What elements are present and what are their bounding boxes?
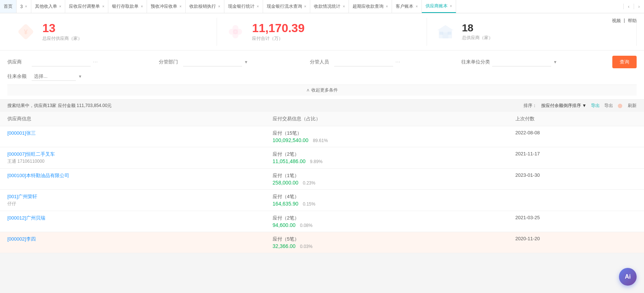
- nav-receipt-stat[interactable]: 收款情况统计 ×: [310, 0, 349, 13]
- person-filter-input[interactable]: [334, 58, 393, 66]
- dept-filter-label: 分管部门: [159, 59, 181, 65]
- transaction-cell: 应付（2笔） 11,051,486.00 9.89%: [265, 147, 508, 169]
- supplier-filter-input[interactable]: [32, 58, 91, 66]
- close-advance-ar-icon[interactable]: ×: [179, 4, 182, 8]
- tx-percent: 9.89%: [310, 159, 322, 164]
- nav-bank-deposit[interactable]: 银行存取款单 ×: [108, 0, 147, 13]
- dept-dropdown-icon[interactable]: ▼: [244, 60, 248, 64]
- transaction-cell: 应付（4笔） 164,635.90 0.15%: [265, 190, 508, 211]
- nav-arrow-right[interactable]: ›: [634, 4, 644, 9]
- close-customer-ledger-icon[interactable]: ×: [416, 4, 418, 8]
- nav-supplier-ledger[interactable]: 供应商账本 ×: [422, 0, 456, 13]
- supplier-link[interactable]: [000012]广州贝瑞: [7, 215, 258, 221]
- close-tab3-icon[interactable]: ×: [25, 4, 27, 8]
- tx-amount[interactable]: 11,051,486.00: [273, 158, 306, 164]
- tx-label: 应付（4笔）: [273, 193, 501, 200]
- category-dropdown-icon[interactable]: ▼: [553, 60, 557, 64]
- category-filter-input[interactable]: [492, 58, 551, 66]
- nav-overdue-ar[interactable]: 超期应收款查询 ×: [349, 0, 392, 13]
- nav-customer-ledger[interactable]: 客户账本 ×: [392, 0, 422, 13]
- tx-amount[interactable]: 32,366.00: [273, 243, 295, 249]
- table-header: 供应商信息 应付交易信息（占比） 上次付数: [0, 112, 644, 126]
- nav-home[interactable]: 首页: [0, 0, 17, 13]
- balance-filter-input[interactable]: [32, 72, 76, 81]
- close-overdue-ar-icon[interactable]: ×: [386, 4, 388, 8]
- tx-row: 11,051,486.00 9.89%: [273, 158, 501, 164]
- close-supplier-ledger-icon[interactable]: ×: [450, 4, 452, 8]
- result-actions: 排序： 按应付余额倒序排序 ▼ 导出 导出 刷新: [524, 103, 637, 109]
- svg-rect-10: [440, 32, 443, 35]
- dept-filter-input[interactable]: [183, 58, 242, 66]
- nav-other-income[interactable]: 其他收入单 ×: [31, 0, 66, 13]
- person-dots-icon[interactable]: ···: [395, 59, 400, 65]
- svg-point-12: [618, 104, 622, 108]
- refresh-button[interactable]: [617, 103, 623, 108]
- nav-cash-bank-stat[interactable]: 现金银行统计 ×: [224, 0, 263, 13]
- filter-supplier: 供应商 ···: [7, 58, 151, 66]
- close-receipt-exec-icon[interactable]: ×: [218, 4, 220, 8]
- table-row: [001]广州荣轩 仔仔 应付（4笔） 164,635.90 0.15%: [0, 190, 644, 211]
- supplier-dots-icon[interactable]: ···: [93, 59, 98, 65]
- collapse-label: ∧ 收起更多条件: [306, 87, 337, 93]
- supplier-link[interactable]: [000100]本特勤油品有限公司: [7, 172, 258, 179]
- total-suppliers-block: 18 总供应商（家）: [462, 23, 493, 41]
- collapse-bar[interactable]: ∧ 收起更多条件: [7, 85, 637, 96]
- svg-rect-9: [442, 32, 448, 38]
- last-pay-value: 2021-11-17: [515, 151, 540, 156]
- col-last-pay: 上次付数: [508, 112, 644, 126]
- query-button[interactable]: 查询: [612, 56, 637, 68]
- tx-label: 应付（2笔）: [273, 151, 501, 158]
- tx-row: 258,000.00 0.23%: [273, 179, 501, 186]
- close-cash-bank-stat-icon[interactable]: ×: [257, 4, 259, 8]
- supplier-link[interactable]: [001]广州荣轩: [7, 193, 258, 200]
- tx-label: 应付（5笔）: [273, 236, 501, 242]
- col-transaction: 应付交易信息（占比）: [265, 112, 508, 126]
- close-receipt-stat-icon[interactable]: ×: [343, 4, 345, 8]
- tx-amount[interactable]: 94,600.00: [273, 222, 295, 228]
- supplier-table: 供应商信息 应付交易信息（占比） 上次付数 [000001]张三 应付（15笔）: [0, 112, 644, 253]
- close-bank-deposit-icon[interactable]: ×: [141, 4, 143, 8]
- svg-marker-8: [437, 25, 454, 30]
- result-summary: 搜索结果中，供应商13家 应付金额 111,703,854.00元: [7, 103, 112, 109]
- supplier-link[interactable]: [000002]李四: [7, 236, 258, 242]
- last-pay-value: 2022-08-08: [515, 130, 540, 135]
- nav-arrow-left[interactable]: ‹: [623, 4, 634, 9]
- nav-cash-flow-query[interactable]: 现金银行流水查询 ×: [263, 0, 311, 13]
- sort-value[interactable]: 按应付余额倒序排序 ▼: [541, 103, 587, 109]
- close-cash-flow-query-icon[interactable]: ×: [304, 4, 307, 8]
- filter-row-1: 供应商 ··· 分管部门 ▼ 分管人员 ··· 往来单位分类 ▼ 查询: [7, 56, 637, 68]
- export-button[interactable]: 导出: [591, 103, 600, 109]
- payable-amount-block: 11,170.39 应付合计（万）: [252, 22, 304, 42]
- supplier-filter-label: 供应商: [7, 59, 29, 65]
- supplier-info-cell: [000002]李四: [0, 232, 265, 253]
- supplier-info-cell: [001]广州荣轩 仔仔: [0, 190, 265, 211]
- table-row: [000001]张三 应付（15笔） 100,092,540.00 89.61%…: [0, 126, 644, 147]
- table-row: [000002]李四 应付（5笔） 32,366.00 0.03% 2020-1…: [0, 232, 644, 253]
- summary-card-total-suppliers: 18 总供应商（家）: [427, 18, 637, 46]
- tx-amount[interactable]: 100,092,540.00: [273, 137, 308, 143]
- nav-ar-ap-adjust[interactable]: 应收应付调整单 ×: [65, 0, 108, 13]
- tx-amount[interactable]: 164,635.90: [273, 201, 298, 207]
- supplier-link[interactable]: [000001]张三: [7, 130, 258, 137]
- video-link[interactable]: 视频: [612, 18, 621, 24]
- close-ar-ap-adjust-icon[interactable]: ×: [102, 4, 104, 8]
- close-other-income-icon[interactable]: ×: [59, 4, 62, 8]
- transaction-cell: 应付（5笔） 32,366.00 0.03%: [265, 232, 508, 253]
- nav-advance-ar[interactable]: 预收冲应收单 ×: [147, 0, 186, 13]
- filter-category: 往来单位分类 ▼: [461, 58, 605, 66]
- nav-receipt-exec[interactable]: 收款核销执行 ×: [186, 0, 224, 13]
- payable-suppliers-block: 13 总应付供应商（家）: [42, 22, 82, 42]
- table-row: [000007]恒旺二手叉车 王通 17106110000 应付（2笔） 11,…: [0, 147, 644, 169]
- balance-dropdown-icon[interactable]: ▼: [78, 74, 82, 79]
- category-filter-label: 往来单位分类: [461, 59, 490, 65]
- supplier-link[interactable]: [000007]恒旺二手叉车: [7, 151, 258, 158]
- refresh-label[interactable]: 刷新: [628, 103, 637, 109]
- svg-rect-11: [448, 32, 451, 35]
- tx-percent: 0.15%: [303, 201, 315, 207]
- export-label[interactable]: 导出: [604, 103, 613, 109]
- last-pay-value: 2020-11-20: [515, 236, 540, 241]
- nav-tab3[interactable]: 3 ×: [17, 0, 31, 13]
- tx-amount[interactable]: 258,000.00: [273, 180, 298, 186]
- help-link[interactable]: 帮助: [628, 18, 637, 24]
- tx-label: 应付（2笔）: [273, 215, 501, 221]
